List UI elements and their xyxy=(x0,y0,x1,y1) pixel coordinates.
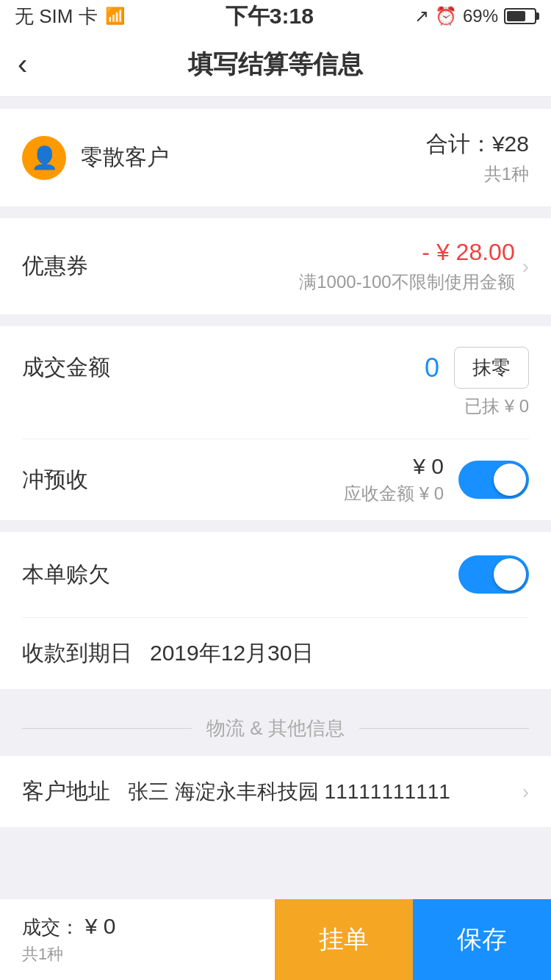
address-value: 张三 海淀永丰科技园 11111111111 xyxy=(128,778,515,806)
coupon-value: - ¥ 28.00 xyxy=(422,239,514,266)
bottom-bar: 成交： ¥ 0 共1种 挂单 保存 xyxy=(0,899,551,980)
prepay-amount: ¥ 0 xyxy=(344,454,444,479)
status-time: 下午3:18 xyxy=(226,1,314,32)
customer-card: 👤 零散客户 合计：¥28 共1种 xyxy=(0,109,551,206)
prepayment-toggle[interactable] xyxy=(458,461,529,499)
round-button[interactable]: 抹零 xyxy=(454,347,529,389)
debt-card: 本单赊欠 收款到期日 2019年12月30日 xyxy=(0,532,551,689)
bottom-info: 成交： ¥ 0 共1种 xyxy=(0,914,275,965)
back-button[interactable]: ‹ xyxy=(18,48,27,81)
save-button[interactable]: 保存 xyxy=(413,899,551,980)
debt-toggle[interactable] xyxy=(458,555,529,594)
transaction-card: 成交金额 0 抹零 已抹 ¥ 0 冲预收 ¥ 0 应收金额 ¥ 0 xyxy=(0,326,551,520)
nav-bar: ‹ 填写结算等信息 xyxy=(0,32,551,97)
wifi-icon: 📶 xyxy=(105,7,125,26)
address-row[interactable]: 客户地址 张三 海淀永丰科技园 11111111111 › xyxy=(0,756,551,827)
page-title: 填写结算等信息 xyxy=(188,48,363,82)
status-right: ↗ ⏰ 69% xyxy=(414,6,536,26)
bottom-deal-amount: ¥ 0 xyxy=(85,914,116,938)
due-date-row: 收款到期日 2019年12月30日 xyxy=(0,618,551,689)
coupon-sub: 满1000-100不限制使用金额 xyxy=(299,270,514,294)
customer-left: 👤 零散客户 xyxy=(22,136,169,180)
section-divider: 物流 & 其他信息 xyxy=(0,701,551,756)
customer-total-wrap: 合计：¥28 共1种 xyxy=(426,129,529,186)
status-left: 无 SIM 卡 📶 xyxy=(15,4,125,29)
avatar: 👤 xyxy=(22,136,66,180)
toggle-knob xyxy=(494,464,526,496)
customer-name: 零散客户 xyxy=(81,143,169,173)
content: 👤 零散客户 合计：¥28 共1种 优惠券 - ¥ 28.00 满1000-10… xyxy=(0,109,551,927)
status-bar: 无 SIM 卡 📶 下午3:18 ↗ ⏰ 69% xyxy=(0,0,551,32)
battery-fill xyxy=(507,11,525,21)
coupon-chevron: › xyxy=(522,255,529,278)
coupon-label: 优惠券 xyxy=(22,251,88,281)
sim-text: 无 SIM 卡 xyxy=(15,4,98,29)
bottom-deal-label: 成交： xyxy=(22,916,79,938)
alarm-icon: ⏰ xyxy=(435,6,457,26)
customer-row: 👤 零散客户 合计：¥28 共1种 xyxy=(0,109,551,206)
coupon-row[interactable]: 优惠券 - ¥ 28.00 满1000-100不限制使用金额 › xyxy=(0,218,551,314)
due-date-label: 收款到期日 xyxy=(22,638,132,669)
total-amount: 合计：¥28 xyxy=(426,129,529,159)
debt-label: 本单赊欠 xyxy=(22,560,110,590)
transaction-sub: 已抹 ¥ 0 xyxy=(22,394,529,418)
location-icon: ↗ xyxy=(414,6,429,26)
address-label: 客户地址 xyxy=(22,777,110,807)
address-card[interactable]: 客户地址 张三 海淀永丰科技园 11111111111 › xyxy=(0,756,551,827)
battery-percentage: 69% xyxy=(463,6,498,26)
bottom-count: 共1种 xyxy=(22,943,253,965)
transaction-label: 成交金额 xyxy=(22,353,110,383)
total-count: 共1种 xyxy=(426,162,529,186)
debt-toggle-knob xyxy=(494,558,526,591)
prepay-sub: 应收金额 ¥ 0 xyxy=(344,482,444,505)
prepayment-row: 冲预收 ¥ 0 应收金额 ¥ 0 xyxy=(0,439,551,520)
coupon-right: - ¥ 28.00 满1000-100不限制使用金额 › xyxy=(299,239,529,294)
coupon-card[interactable]: 优惠券 - ¥ 28.00 满1000-100不限制使用金额 › xyxy=(0,218,551,314)
prepay-label: 冲预收 xyxy=(22,465,88,495)
transaction-value[interactable]: 0 xyxy=(425,353,439,383)
due-date-value: 2019年12月30日 xyxy=(150,638,314,669)
battery-icon xyxy=(504,8,536,24)
hold-button[interactable]: 挂单 xyxy=(275,899,413,980)
debt-row: 本单赊欠 xyxy=(0,532,551,617)
address-chevron: › xyxy=(522,780,529,804)
section-divider-text: 物流 & 其他信息 xyxy=(206,716,345,741)
transaction-row: 成交金额 0 抹零 已抹 ¥ 0 xyxy=(0,326,551,439)
